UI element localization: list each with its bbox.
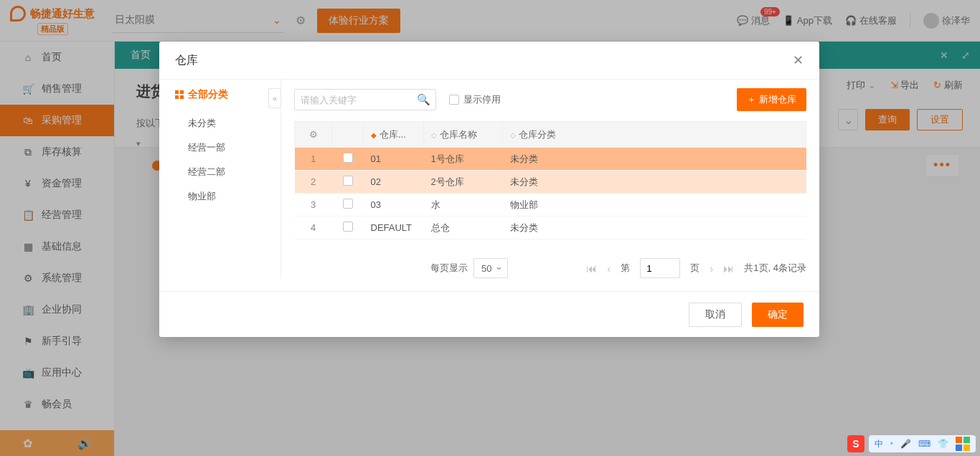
plus-icon: ＋ (747, 93, 756, 106)
row-name: 2号仓库 (424, 171, 503, 194)
gear-icon: ⚙ (309, 129, 318, 140)
category-item[interactable]: 经营一部 (175, 136, 281, 160)
close-icon[interactable]: ✕ (793, 52, 804, 68)
category-item[interactable]: 经营二部 (175, 160, 281, 184)
search-icon[interactable]: 🔍 (417, 93, 430, 106)
row-category: 未分类 (503, 171, 806, 194)
row-index: 1 (295, 148, 332, 171)
category-root[interactable]: 全部分类 (175, 88, 281, 101)
column-code[interactable]: ◆仓库... (364, 122, 424, 148)
sogou-icon[interactable]: S (847, 435, 864, 452)
table-row[interactable]: 3 03 水 物业部 (295, 194, 806, 217)
grid-icon (175, 90, 184, 99)
category-label: 未分类 (188, 118, 216, 128)
sort-icon: ◇ (510, 131, 516, 139)
row-index: 2 (295, 171, 332, 194)
add-warehouse-button[interactable]: ＋新增仓库 (737, 88, 806, 111)
row-index: 4 (295, 217, 332, 239)
page-suffix: 页 (690, 262, 699, 275)
page-summary: 共1页, 4条记录 (744, 262, 806, 275)
row-code: 01 (364, 148, 424, 171)
row-code: DEFAULT (364, 217, 424, 239)
row-checkbox[interactable] (332, 194, 364, 217)
page-next-icon[interactable]: › (710, 262, 713, 275)
sort-icon: ◆ (371, 131, 377, 139)
category-item[interactable]: 物业部 (175, 184, 281, 209)
column-settings[interactable]: ⚙ (295, 122, 332, 148)
page-last-icon[interactable]: ⏭ (723, 262, 734, 275)
column-category-label: 仓库分类 (519, 129, 556, 140)
sort-icon: ◇ (431, 131, 437, 139)
ime-punct-icon: • (890, 439, 893, 449)
row-category: 未分类 (503, 217, 806, 239)
page-prev-icon[interactable]: ‹ (607, 262, 611, 275)
checkbox-icon (449, 95, 459, 105)
column-name-label: 仓库名称 (440, 129, 477, 140)
row-code: 03 (364, 194, 424, 217)
category-root-label: 全部分类 (188, 88, 228, 101)
ime-mic-icon: 🎤 (900, 439, 911, 449)
per-page-select[interactable]: 50 (473, 258, 508, 278)
page-first-icon[interactable]: ⏮ (586, 262, 597, 275)
ime-toolbox-icon (956, 437, 970, 451)
row-category: 物业部 (503, 194, 806, 217)
modal-title: 仓库 (175, 53, 198, 68)
row-checkbox[interactable] (332, 148, 364, 171)
search-input-wrap: 🔍 (294, 89, 436, 110)
category-label: 经营一部 (188, 142, 225, 153)
column-category[interactable]: ◇仓库分类 (503, 122, 806, 148)
category-label: 物业部 (188, 191, 216, 201)
table-row[interactable]: 1 01 1号仓库 未分类 (295, 148, 806, 171)
add-warehouse-label: 新增仓库 (759, 93, 796, 106)
ime-bar: S 中 • 🎤 ⌨ 👕 (847, 434, 976, 453)
pager: 每页显示 50 ⏮ ‹ 第 页 › ⏭ 共1页, 4条记录 (294, 239, 806, 278)
warehouse-modal: 仓库 ✕ 全部分类 未分类 经营一部 经营二部 物业部 « 🔍 显示停用 (159, 42, 819, 337)
cancel-button[interactable]: 取消 (689, 303, 742, 327)
row-index: 3 (295, 194, 332, 217)
confirm-button[interactable]: 确定 (752, 303, 804, 327)
category-panel: 全部分类 未分类 经营一部 经营二部 物业部 « (159, 80, 281, 278)
search-input[interactable] (294, 89, 436, 110)
ime-lang: 中 (875, 438, 883, 450)
row-name: 总仓 (424, 217, 503, 239)
show-disabled-label: 显示停用 (463, 93, 501, 106)
per-page-label: 每页显示 (430, 262, 468, 275)
warehouse-table: ⚙ ◆仓库... ◇仓库名称 ◇仓库分类 1 01 1号仓库 未分类 (294, 121, 806, 239)
row-checkbox[interactable] (332, 217, 364, 239)
page-input[interactable] (640, 258, 680, 278)
ime-skin-icon: 👕 (938, 439, 948, 449)
ime-pill[interactable]: 中 • 🎤 ⌨ 👕 (869, 435, 976, 452)
category-label: 经营二部 (188, 166, 225, 177)
page-prefix: 第 (621, 262, 630, 275)
table-row[interactable]: 4 DEFAULT 总仓 未分类 (295, 217, 806, 239)
per-page-value: 50 (481, 263, 491, 274)
collapse-panel-button[interactable]: « (268, 88, 281, 108)
column-select-all[interactable] (332, 122, 364, 148)
category-item[interactable]: 未分类 (175, 111, 281, 136)
row-name: 1号仓库 (424, 148, 503, 171)
table-row[interactable]: 2 02 2号仓库 未分类 (295, 171, 806, 194)
row-category: 未分类 (503, 148, 806, 171)
row-code: 02 (364, 171, 424, 194)
column-name[interactable]: ◇仓库名称 (424, 122, 503, 148)
show-disabled-checkbox[interactable]: 显示停用 (449, 93, 501, 106)
row-name: 水 (424, 194, 503, 217)
row-checkbox[interactable] (332, 171, 364, 194)
ime-keyboard-icon: ⌨ (918, 439, 930, 449)
column-code-label: 仓库... (380, 129, 406, 140)
